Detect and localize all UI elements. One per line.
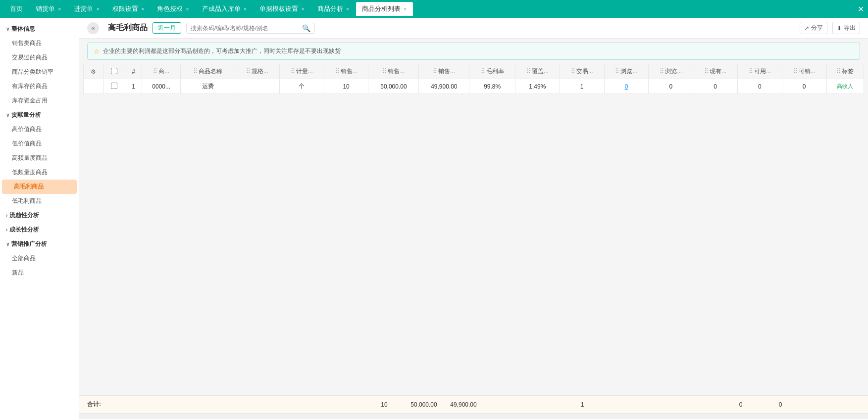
scrollbar-area[interactable] [79,413,868,419]
sidebar-item-high-freq[interactable]: 高频量度商品 [0,151,79,165]
sidebar-group-overall[interactable]: ∨整体信息 [0,22,79,36]
nav-tab-sales[interactable]: 销货单× [30,2,67,16]
footer-bar: 合计: 1050,000.0049,900.00100 [79,395,868,413]
arrow-icon: › [6,213,7,218]
col-header-name[interactable]: ⠿商品名称 [181,64,235,79]
arrow-icon: › [6,227,7,233]
arrow-icon: ∨ [6,112,9,118]
nav-tab-role[interactable]: 角色授权× [151,2,195,16]
close-tab-role[interactable]: × [186,6,189,12]
col-header-sales_qty[interactable]: ⠿销售... [324,64,368,79]
page-title: 高毛利商品 [108,23,148,33]
export-button[interactable]: ⬇ 导出 [832,22,860,34]
nav-tab-template[interactable]: 单据模板设置× [254,2,310,16]
col-header-num[interactable]: # [125,64,142,79]
cell-8: 50,000.00 [368,79,419,94]
col-header-cover[interactable]: ⠿覆盖... [515,64,560,79]
cell-11: 1.49% [515,79,560,94]
main-content: « 高毛利商品 近一月 🔍 ↗ 分享 ⬇ 导出 ☆ 企业的主要的利润都是这部 [79,18,868,419]
cell-15: 0 [693,79,738,94]
col-header-margin_rate[interactable]: ⠿毛利率 [469,64,515,79]
close-tab-permission[interactable]: × [141,6,144,12]
window-close-button[interactable]: ✕ [858,4,864,14]
tag-badge: 高收入 [837,83,853,89]
nav-tab-analysis-list[interactable]: 商品分析列表× [356,2,412,16]
close-tab-template[interactable]: × [301,6,304,12]
col-header-browse2[interactable]: ⠿浏览... [649,64,693,79]
sidebar-item-high-margin[interactable]: 高毛利商品 [2,180,77,194]
nav-tab-analysis[interactable]: 商品分析× [311,2,355,16]
main-layout: ∨整体信息销售类商品交易过的商品商品分类助销率有库存的商品库存资金占用∨贡献量分… [0,18,868,419]
sidebar-item-analysis-rate[interactable]: 商品分类助销率 [0,65,79,79]
close-tab-analysis[interactable]: × [346,6,349,12]
footer-cell-7: 50,000.00 [404,401,444,408]
footer-cell-11: 1 [562,401,602,408]
close-tab-sales[interactable]: × [58,6,61,12]
footer-cell-15: 0 [721,401,761,408]
info-icon: ☆ [94,47,100,55]
sidebar-item-high-value[interactable]: 高价值商品 [0,122,79,137]
cell-9: 49,900.00 [419,79,469,94]
footer-label: 合计: [87,400,127,409]
col-header-saleable[interactable]: ⠿可销... [782,64,826,79]
data-table: ⚙#⠿商...⠿商品名称⠿规格...⠿计量...⠿销售...⠿销售...⠿销售.… [83,64,864,94]
sidebar-item-new-goods[interactable]: 新品 [0,266,79,280]
close-tab-analysis-list[interactable]: × [404,6,407,12]
sidebar-collapse-button[interactable]: « [87,22,99,34]
cell-0 [84,79,104,94]
sidebar-item-all-goods[interactable]: 全部商品 [0,251,79,266]
col-header-browse1[interactable]: ⠿浏览... [604,64,649,79]
col-header-tag[interactable]: ⠿标签 [826,64,864,79]
date-filter-button[interactable]: 近一月 [153,22,181,34]
link-cell[interactable]: 0 [625,83,628,90]
col-header-trade[interactable]: ⠿交易... [560,64,604,79]
table-row: 10000...运费个1050,000.0049,900.0099.8%1.49… [84,79,864,94]
sidebar-group-growth[interactable]: ›成长性分析 [0,223,79,237]
col-header-spec[interactable]: ⠿规格... [235,64,280,79]
share-icon: ↗ [804,25,809,32]
header-actions: ↗ 分享 ⬇ 导出 [800,22,860,34]
nav-tab-product-in[interactable]: 产成品入库单× [196,2,253,16]
cell-5 [235,79,280,94]
cell-3: 0000... [142,79,181,94]
col-header-sales_amount[interactable]: ⠿销售... [368,64,419,79]
sidebar: ∨整体信息销售类商品交易过的商品商品分类助销率有库存的商品库存资金占用∨贡献量分… [0,18,79,419]
row-checkbox[interactable] [111,83,117,89]
cell-13[interactable]: 0 [604,79,649,94]
sidebar-group-wealth[interactable]: ∨贡献量分析 [0,108,79,122]
select-all-checkbox[interactable] [111,68,117,74]
col-header-available1[interactable]: ⠿现有... [693,64,738,79]
nav-tab-home[interactable]: 首页 [4,2,29,16]
cell-16: 0 [737,79,782,94]
cell-12: 1 [560,79,604,94]
sidebar-item-low-freq[interactable]: 低频量度商品 [0,165,79,180]
settings-icon[interactable]: ⚙ [91,68,96,75]
close-tab-product-in[interactable]: × [244,6,247,12]
sidebar-item-low-value[interactable]: 低价值商品 [0,137,79,151]
cell-17: 0 [782,79,826,94]
sidebar-item-low-margin[interactable]: 低毛利商品 [0,194,79,208]
footer-cell-16: 0 [761,401,800,408]
sidebar-group-marketing[interactable]: ∨营销推广分析 [0,237,79,251]
nav-tab-purchase[interactable]: 进货单× [68,2,105,16]
footer-cell-8: 49,900.00 [444,401,483,408]
col-header-code[interactable]: ⠿商... [142,64,181,79]
col-header-checkbox[interactable] [103,64,125,79]
cell-6: 个 [279,79,324,94]
col-header-sales_profit[interactable]: ⠿销售... [419,64,469,79]
sidebar-item-sales-goods[interactable]: 销售类商品 [0,36,79,50]
col-header-available2[interactable]: ⠿可用... [737,64,782,79]
sidebar-group-trend[interactable]: ›流趋性分析 [0,208,79,223]
close-tab-purchase[interactable]: × [96,6,99,12]
content-header: « 高毛利商品 近一月 🔍 ↗ 分享 ⬇ 导出 [79,18,868,39]
search-icon[interactable]: 🔍 [302,24,310,32]
nav-tab-permission[interactable]: 权限设置× [106,2,150,16]
col-header-unit[interactable]: ⠿计量... [279,64,324,79]
share-button[interactable]: ↗ 分享 [800,22,827,34]
col-header-settings[interactable]: ⚙ [84,64,104,79]
sidebar-item-traded-goods[interactable]: 交易过的商品 [0,50,79,65]
sidebar-item-stock-occupy[interactable]: 库存资金占用 [0,93,79,108]
cell-1[interactable] [103,79,125,94]
search-input[interactable] [191,25,302,32]
sidebar-item-stock-goods[interactable]: 有库存的商品 [0,79,79,93]
